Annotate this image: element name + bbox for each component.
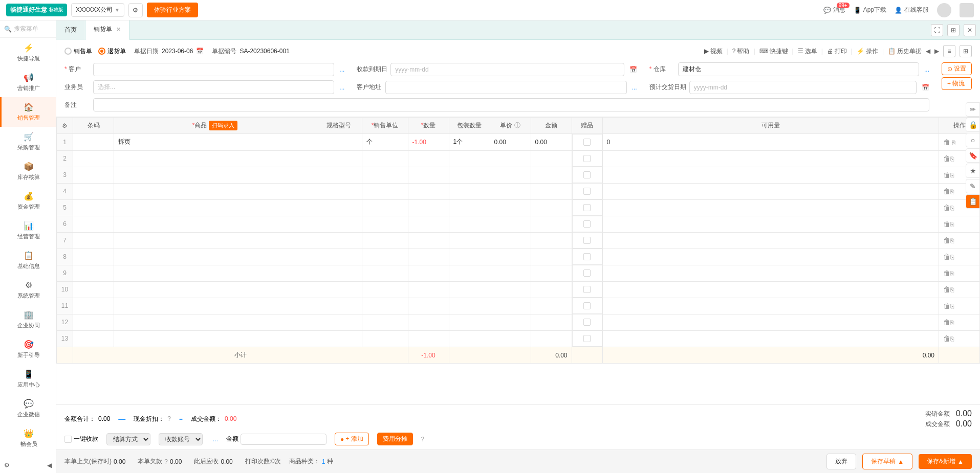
pack-qty-cell[interactable] <box>449 298 490 314</box>
float-circle-btn[interactable]: ○ <box>966 133 980 147</box>
quick-pay-check-box[interactable] <box>64 436 72 443</box>
sidebar-item-system[interactable]: ⚙ 系统管理 <box>0 275 56 305</box>
amount-cell[interactable] <box>531 150 572 167</box>
gift-cell[interactable] <box>572 265 602 281</box>
customer-input[interactable] <box>93 63 334 76</box>
sidebar-item-purchase[interactable]: 🛒 采购管理 <box>0 127 56 156</box>
gift-cell[interactable] <box>572 216 602 232</box>
copy-row-button[interactable]: ⎘ <box>952 139 955 146</box>
unit-price-cell[interactable] <box>490 199 531 216</box>
save-draft-button[interactable]: 保存草稿 ▲ <box>862 454 912 469</box>
delete-row-button[interactable]: 🗑 <box>943 285 950 294</box>
help-btn[interactable]: ? 帮助 <box>732 47 750 56</box>
gift-cell[interactable] <box>572 134 602 150</box>
unit-price-cell[interactable] <box>490 232 531 249</box>
delete-row-button[interactable]: 🗑 <box>943 334 950 343</box>
add-payment-button[interactable]: ● + 添加 <box>335 433 369 445</box>
barcode-cell[interactable] <box>73 183 114 199</box>
amount-cell[interactable] <box>531 183 572 199</box>
save-new-button[interactable]: 保存&新增 ▲ <box>919 454 972 469</box>
float-orange-btn[interactable]: 📋 <box>966 194 980 209</box>
gift-cell[interactable] <box>572 281 602 298</box>
tab-close-icon[interactable]: ✕ <box>116 26 121 33</box>
delete-row-button[interactable]: 🗑 <box>943 253 950 261</box>
amount-cell[interactable] <box>531 216 572 232</box>
unit-cell[interactable] <box>362 330 408 347</box>
avatar[interactable] <box>937 3 951 17</box>
product-cell[interactable] <box>114 167 316 183</box>
salesman-input[interactable]: 选择... <box>93 80 334 94</box>
customer-addr-input[interactable] <box>385 81 626 94</box>
delete-row-button[interactable]: 🗑 <box>943 269 950 277</box>
barcode-cell[interactable] <box>73 330 114 347</box>
amount-cell[interactable] <box>531 249 572 265</box>
unit-cell[interactable] <box>362 150 408 167</box>
float-edit-btn[interactable]: ✏ <box>966 102 980 117</box>
trial-button[interactable]: 体验行业方案 <box>147 3 198 17</box>
radio-return-order[interactable]: 退货单 <box>98 47 126 56</box>
amount-cell[interactable] <box>531 167 572 183</box>
barcode-cell[interactable] <box>73 134 114 151</box>
warehouse-dots[interactable]: ... <box>924 66 929 73</box>
view-grid-icon[interactable]: ⊞ <box>960 45 972 57</box>
video-btn[interactable]: ▶ 视频 <box>704 47 723 56</box>
barcode-cell[interactable] <box>73 216 114 232</box>
copy-row-button[interactable]: ⎘ <box>950 303 954 310</box>
nav-next-icon[interactable]: ▶ <box>934 48 939 55</box>
unit-cell[interactable] <box>362 183 408 199</box>
gift-cell[interactable] <box>572 314 602 330</box>
message-button[interactable]: 💬 消息 99+ <box>823 6 845 14</box>
pack-qty-cell[interactable] <box>449 232 490 249</box>
quantity-cell[interactable] <box>408 216 449 232</box>
spec-cell[interactable] <box>316 232 362 249</box>
remarks-input[interactable] <box>93 98 929 111</box>
logistics-button[interactable]: + 物流 <box>942 77 972 90</box>
amount-cell[interactable] <box>531 281 572 298</box>
customer-dots[interactable]: ... <box>339 66 344 73</box>
history-btn[interactable]: 📋 历史单据 <box>888 47 922 56</box>
quantity-cell[interactable] <box>408 330 449 347</box>
product-cell[interactable] <box>114 298 316 314</box>
product-cell[interactable] <box>114 249 316 265</box>
product-cell[interactable]: 拆页 <box>114 134 316 151</box>
amount-input[interactable] <box>241 434 326 445</box>
delete-row-button[interactable]: 🗑 <box>943 187 950 195</box>
amount-cell[interactable] <box>531 330 572 347</box>
payment-account-select[interactable]: 收款账号 <box>159 433 203 445</box>
product-cell[interactable] <box>114 232 316 249</box>
delete-row-button[interactable]: 🗑 <box>943 318 950 326</box>
delete-row-button[interactable]: 🗑 <box>943 302 950 310</box>
sidebar-item-quick-nav[interactable]: ⚡ 快捷导航 <box>0 38 56 67</box>
quick-pay-checkbox[interactable]: 一键收款 <box>64 435 98 443</box>
sidebar-item-sales[interactable]: 🏠 销售管理 <box>0 97 56 127</box>
radio-sales-order[interactable]: 销售单 <box>64 47 92 56</box>
gift-cell[interactable] <box>572 232 602 249</box>
float-bookmark-btn[interactable]: 🔖 <box>966 148 980 163</box>
gift-cell[interactable] <box>572 183 602 199</box>
warehouse-input[interactable]: 建材仓 <box>678 62 919 76</box>
spec-cell[interactable] <box>316 167 362 183</box>
settings-icon[interactable]: ⚙ <box>128 3 143 17</box>
unit-cell[interactable] <box>362 298 408 314</box>
unit-price-cell[interactable] <box>490 249 531 265</box>
gift-cell[interactable] <box>572 330 602 347</box>
delivery-date-input[interactable]: yyyy-mm-dd <box>689 81 917 94</box>
tab-sales-order[interactable]: 销货单 ✕ <box>85 20 129 40</box>
copy-row-button[interactable]: ⎘ <box>950 335 954 343</box>
product-cell[interactable] <box>114 265 316 281</box>
calendar-icon[interactable]: 📅 <box>196 48 204 55</box>
amount-cell[interactable] <box>531 199 572 216</box>
settings-button[interactable]: ⊙ 设置 <box>942 62 972 75</box>
unit-price-cell[interactable] <box>490 314 531 330</box>
customer-addr-dots[interactable]: ... <box>632 84 637 91</box>
nav-prev-icon[interactable]: ◀ <box>926 48 930 55</box>
unit-cell[interactable] <box>362 265 408 281</box>
choose-btn[interactable]: ☰ 选单 <box>798 47 817 56</box>
scan-button[interactable]: 扫码录入 <box>209 121 237 130</box>
float-star-btn[interactable]: ★ <box>966 164 980 178</box>
unit-price-cell[interactable] <box>490 298 531 314</box>
copy-row-button[interactable]: ⎘ <box>950 270 954 277</box>
unit-cell[interactable] <box>362 216 408 232</box>
quantity-cell[interactable] <box>408 232 449 249</box>
sidebar-item-marketing[interactable]: 📢 营销推广 <box>0 67 56 97</box>
